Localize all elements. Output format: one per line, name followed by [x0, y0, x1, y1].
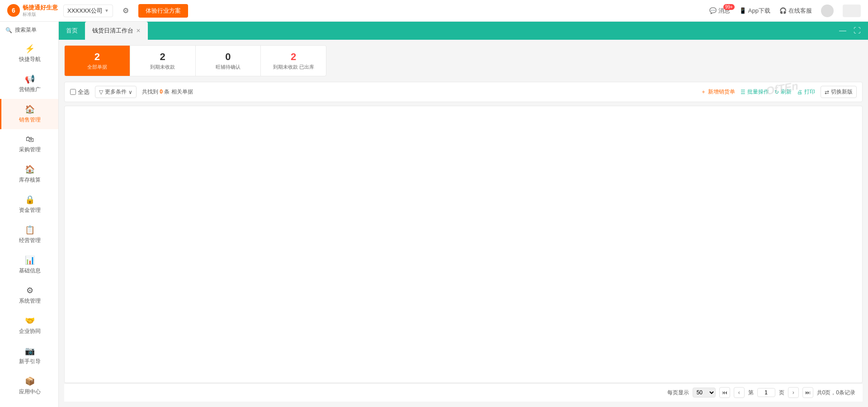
sidebar-item-label: 系统管理 — [19, 297, 41, 305]
plus-icon: ＋ — [701, 88, 706, 96]
tab-home[interactable]: 首页 — [59, 22, 85, 40]
company-name: XXXXXX公司 — [67, 7, 103, 15]
print-label: 打印 — [804, 88, 815, 96]
avatar[interactable] — [821, 5, 834, 17]
stat-label-wangpu: 旺辅待确认 — [216, 64, 241, 70]
main-layout: 🔍 搜索菜单 ⚡ 快捷导航 📢 营销推广 🏠 销售管理 🛍 采购管理 🏠 库存核… — [0, 22, 868, 407]
switch-button[interactable]: ⇄ 切换新版 — [821, 86, 857, 98]
logo-area: 6 畅捷通好生意 标准版 — [7, 4, 58, 18]
app-label: App下载 — [748, 7, 770, 15]
per-page-select[interactable]: 50 100 200 — [693, 388, 716, 398]
sidebar-item-finance[interactable]: 🔒 资金管理 — [0, 189, 58, 220]
online-service-action[interactable]: 🎧 在线客服 — [779, 7, 812, 15]
filter-button[interactable]: ▽ 更多条件 ∨ — [95, 86, 137, 98]
stat-tab-overdue[interactable]: 2 到期未收款 — [130, 46, 196, 76]
refresh-button[interactable]: ↻ 刷新 — [774, 88, 792, 96]
quick-nav-icon: ⚡ — [25, 44, 35, 54]
guide-icon: 📷 — [25, 346, 35, 356]
app-icon: 📱 — [739, 7, 746, 14]
header-right: 💬 消息 99+ 📱 App下载 🎧 在线客服 — [709, 5, 861, 17]
inventory-icon: 🏠 — [25, 164, 35, 174]
service-label: 在线客服 — [788, 7, 812, 15]
tab-bar-actions: — ⛶ — [837, 25, 868, 37]
tab-home-label: 首页 — [66, 27, 78, 35]
batch-button[interactable]: ☰ 批量操作 — [741, 88, 769, 96]
minimize-icon[interactable]: — — [837, 25, 848, 37]
filter-icon: ▽ — [99, 89, 103, 95]
filter-chevron-icon: ∨ — [128, 89, 132, 95]
sidebar-item-enterprise-wx[interactable]: 💬 企业微信 — [0, 401, 58, 407]
content-area: 首页 钱货日清工作台 ✕ — ⛶ 2 全部单据 2 到期未收款 — [59, 22, 868, 407]
select-all-input[interactable] — [70, 89, 76, 95]
message-badge: 99+ — [723, 4, 735, 10]
tab-daily-work[interactable]: 钱货日清工作台 ✕ — [85, 22, 148, 40]
sidebar-item-purchase[interactable]: 🛍 采购管理 — [0, 129, 58, 159]
per-page-label: 每页显示 — [667, 389, 689, 397]
stat-label-overdue: 到期未收款 — [150, 64, 175, 70]
add-label: 新增销货单 — [708, 88, 735, 96]
print-icon: 🖨 — [797, 89, 802, 95]
toolbar: 全选 ▽ 更多条件 ∨ 共找到 0 条 相关单据 — [64, 82, 863, 102]
stats-tabs: 2 全部单据 2 到期未收款 0 旺辅待确认 2 到期未收款 已出库 — [64, 45, 326, 76]
prev-page-button[interactable]: ‹ — [734, 387, 745, 398]
logo-main: 畅捷通好生意 — [23, 4, 58, 12]
operations-icon: 📋 — [25, 225, 35, 235]
table-area — [64, 106, 863, 383]
search-label: 搜索菜单 — [15, 26, 37, 34]
user-name-area[interactable] — [843, 5, 861, 17]
app-download-action[interactable]: 📱 App下载 — [739, 7, 770, 15]
tab-close-icon[interactable]: ✕ — [136, 28, 141, 34]
switch-label: 切换新版 — [831, 88, 853, 96]
sidebar-item-sales[interactable]: 🏠 销售管理 — [0, 99, 58, 129]
refresh-label: 刷新 — [781, 88, 792, 96]
maximize-icon[interactable]: ⛶ — [852, 25, 863, 37]
sidebar-item-quick-nav[interactable]: ⚡ 快捷导航 — [0, 38, 58, 69]
select-all-checkbox[interactable]: 全选 — [70, 88, 90, 96]
sidebar-item-app-center[interactable]: 📦 应用中心 — [0, 371, 58, 401]
stat-num-unshipped: 2 — [291, 51, 296, 63]
stat-tab-all[interactable]: 2 全部单据 — [65, 46, 130, 76]
sidebar-item-label: 库存核算 — [19, 176, 41, 184]
settings-icon[interactable]: ⚙ — [118, 4, 133, 18]
next-page-button[interactable]: › — [788, 387, 799, 398]
sidebar-item-label: 快捷导航 — [19, 56, 41, 63]
stat-tab-unshipped[interactable]: 2 到期未收款 已出库 — [261, 46, 326, 76]
sidebar-item-label: 应用中心 — [19, 388, 41, 396]
last-page-button[interactable]: ⏭ — [802, 387, 813, 398]
sidebar-item-label: 营销推广 — [19, 86, 41, 94]
add-sale-button[interactable]: ＋ 新增销货单 — [701, 88, 735, 96]
logo-icon: 6 — [7, 4, 20, 17]
stat-num-overdue: 2 — [160, 51, 165, 63]
page-input[interactable] — [757, 388, 775, 397]
sidebar-item-label: 资金管理 — [19, 206, 41, 214]
sidebar-item-inventory[interactable]: 🏠 库存核算 — [0, 159, 58, 189]
sidebar-item-label: 新手引导 — [19, 358, 41, 365]
sidebar-item-cooperation[interactable]: 🤝 企业协同 — [0, 310, 58, 341]
first-page-button[interactable]: ⏮ — [719, 387, 730, 398]
tab-daily-work-label: 钱货日清工作台 — [92, 27, 133, 35]
sidebar-item-label: 销售管理 — [19, 116, 41, 124]
trial-button[interactable]: 体验行业方案 — [138, 4, 188, 18]
stat-tab-wangpu[interactable]: 0 旺辅待确认 — [196, 46, 261, 76]
marketing-icon: 📢 — [25, 74, 35, 84]
sidebar-item-system[interactable]: ⚙ 系统管理 — [0, 280, 58, 310]
switch-icon: ⇄ — [825, 89, 829, 95]
batch-label: 批量操作 — [747, 88, 769, 96]
sidebar-search[interactable]: 🔍 搜索菜单 — [0, 22, 58, 38]
message-action[interactable]: 💬 消息 99+ — [709, 7, 730, 15]
company-select[interactable]: XXXXXX公司 ▼ — [63, 5, 113, 17]
sidebar-item-operations[interactable]: 📋 经营管理 — [0, 220, 58, 250]
filter-label: 更多条件 — [105, 88, 127, 96]
sidebar-item-marketing[interactable]: 📢 营销推广 — [0, 69, 58, 99]
sidebar-item-label: 基础信息 — [19, 267, 41, 275]
logo-sub: 标准版 — [23, 11, 58, 17]
sidebar-item-guide[interactable]: 📷 新手引导 — [0, 341, 58, 371]
total-info: 共0页，0条记录 — [817, 389, 855, 397]
found-text: 共找到 0 条 相关单据 — [142, 88, 193, 96]
tab-bar: 首页 钱货日清工作台 ✕ — ⛶ — [59, 22, 868, 40]
print-button[interactable]: 🖨 打印 — [797, 88, 815, 96]
sidebar-item-base-info[interactable]: 📊 基础信息 — [0, 250, 58, 280]
page-label: 第 — [748, 389, 754, 397]
system-icon: ⚙ — [26, 285, 33, 295]
stat-num-wangpu: 0 — [225, 51, 231, 63]
